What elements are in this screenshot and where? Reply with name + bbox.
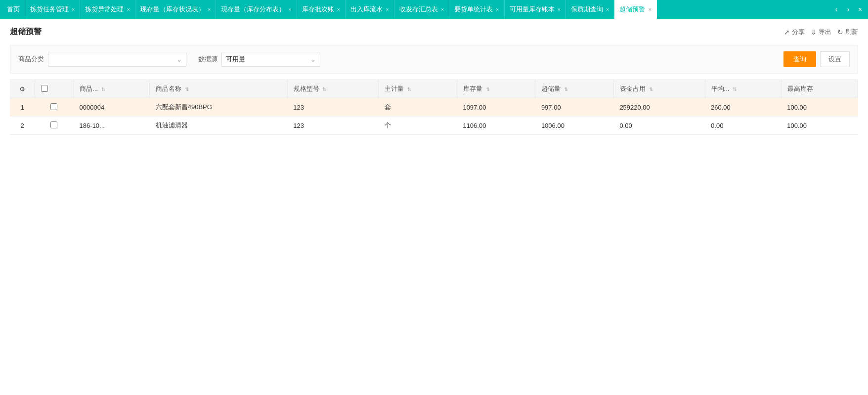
page-header: 超储预警 ➚ 分享 ⇓ 导出 ↻ 刷新 — [10, 27, 858, 37]
row-max-stock: 100.00 — [781, 98, 858, 117]
row-max-stock: 100.00 — [781, 117, 858, 135]
nav-arrow-close[interactable]: × — [854, 0, 866, 19]
row-index: 2 — [10, 117, 35, 135]
row-unit: 套 — [379, 98, 457, 117]
select-all-checkbox[interactable] — [41, 85, 48, 92]
column-gear[interactable]: ⚙ — [10, 80, 35, 98]
chevron-down-icon-ds: ⌄ — [310, 56, 316, 63]
nav-tab-inout-flow[interactable]: 出入库流水 × — [346, 0, 394, 19]
close-tab-stock-status[interactable]: × — [208, 6, 211, 12]
close-tab-abnormal[interactable]: × — [127, 6, 130, 12]
column-stock[interactable]: 库存量 ⇅ — [457, 80, 535, 98]
sort-icon-stock: ⇅ — [486, 86, 490, 92]
row-product-code: 0000004 — [74, 98, 150, 117]
table-row: 1 0000004 六配套新昌490BPG 123 套 1097.00 997.… — [10, 98, 858, 117]
settings-button[interactable]: 设置 — [820, 51, 850, 67]
datasource-value: 可用量 — [226, 55, 245, 64]
chevron-down-icon: ⌄ — [176, 56, 182, 63]
refresh-button[interactable]: ↻ 刷新 — [837, 28, 858, 37]
column-overstock[interactable]: 超储量 ⇅ — [535, 80, 613, 98]
column-avg[interactable]: 平均... ⇅ — [705, 80, 781, 98]
row-product-name: 机油滤清器 — [150, 117, 287, 135]
top-nav: 首页 拣货任务管理 × 拣货异常处理 × 现存量（库存状况表） × 现存量（库存… — [0, 0, 868, 19]
nav-arrows: ‹ › × — [830, 0, 866, 19]
row-overstock: 997.00 — [535, 98, 613, 117]
sort-icon-overstock: ⇅ — [564, 86, 568, 92]
close-tab-overstock[interactable]: × — [648, 6, 651, 12]
row-spec: 123 — [287, 98, 379, 117]
column-unit[interactable]: 主计量 ⇅ — [379, 80, 457, 98]
page-title: 超储预警 — [10, 27, 42, 37]
filter-buttons: 查询 设置 — [783, 51, 850, 67]
row-product-code: 186-10... — [74, 117, 150, 135]
sort-icon-code: ⇅ — [101, 86, 105, 92]
nav-tab-abnormal[interactable]: 拣货异常处理 × — [80, 0, 135, 19]
row-checkbox[interactable] — [50, 103, 57, 110]
row-unit: 个 — [379, 117, 457, 135]
datasource-label: 数据源 — [198, 55, 217, 64]
close-tab-quality[interactable]: × — [606, 6, 609, 12]
nav-arrow-right[interactable]: › — [842, 0, 854, 19]
datasource-select[interactable]: 可用量 ⌄ — [221, 52, 320, 67]
close-tab-stock-dist[interactable]: × — [288, 6, 291, 12]
nav-tab-avail-stock[interactable]: 可用量库存账本 × — [505, 0, 566, 19]
sort-icon-name: ⇅ — [185, 86, 189, 92]
sort-icon-capital: ⇅ — [649, 86, 653, 92]
nav-tab-order-stat[interactable]: 要货单统计表 × — [449, 0, 504, 19]
export-button[interactable]: ⇓ 导出 — [811, 28, 831, 37]
nav-tab-quality[interactable]: 保质期查询 × — [566, 0, 614, 19]
sort-icon-unit: ⇅ — [407, 86, 411, 92]
filter-datasource: 数据源 可用量 ⌄ — [198, 52, 320, 67]
row-product-name: 六配套新昌490BPG — [150, 98, 287, 117]
nav-tab-batch[interactable]: 库存批次账 × — [297, 0, 346, 19]
filter-category: 商品分类 ⌄ — [18, 52, 186, 67]
sort-icon-spec: ⇅ — [322, 86, 326, 92]
close-tab-collect[interactable]: × — [441, 6, 444, 12]
page-content: 超储预警 ➚ 分享 ⇓ 导出 ↻ 刷新 商品分类 ⌄ 数据源 — [0, 19, 868, 395]
row-avg: 260.00 — [705, 98, 781, 117]
table-header-row: ⚙ 商品... ⇅ 商品名称 ⇅ 规格型号 ⇅ 主计量 — [10, 80, 858, 98]
share-button[interactable]: ➚ 分享 — [784, 28, 805, 37]
nav-tab-home[interactable]: 首页 — [2, 0, 25, 19]
sort-icon-avg: ⇅ — [733, 86, 737, 92]
refresh-icon: ↻ — [837, 28, 843, 36]
column-capital[interactable]: 资金占用 ⇅ — [613, 80, 705, 98]
column-spec[interactable]: 规格型号 ⇅ — [287, 80, 379, 98]
category-label: 商品分类 — [18, 55, 44, 64]
column-product-code[interactable]: 商品... ⇅ — [74, 80, 150, 98]
nav-tab-stock-status[interactable]: 现存量（库存状况表） × — [135, 0, 216, 19]
close-tab-task-mgmt[interactable]: × — [72, 6, 75, 12]
row-checkbox-cell — [35, 117, 74, 135]
nav-tab-overstock[interactable]: 超储预警 × — [614, 0, 656, 19]
data-table: ⚙ 商品... ⇅ 商品名称 ⇅ 规格型号 ⇅ 主计量 — [10, 79, 858, 135]
close-tab-batch[interactable]: × — [337, 6, 340, 12]
filter-row: 商品分类 ⌄ 数据源 可用量 ⌄ 查询 设置 — [10, 45, 858, 74]
close-tab-order-stat[interactable]: × — [496, 6, 499, 12]
export-icon: ⇓ — [811, 28, 817, 36]
column-checkbox — [35, 80, 74, 98]
row-spec: 123 — [287, 117, 379, 135]
share-icon: ➚ — [784, 28, 790, 36]
nav-tab-task-mgmt[interactable]: 拣货任务管理 × — [25, 0, 80, 19]
table-row: 2 186-10... 机油滤清器 123 个 1106.00 1006.00 … — [10, 117, 858, 135]
close-tab-inout-flow[interactable]: × — [386, 6, 389, 12]
column-max-stock[interactable]: 最高库存 — [781, 80, 858, 98]
row-stock: 1106.00 — [457, 117, 535, 135]
row-checkbox[interactable] — [50, 121, 57, 128]
table-body: 1 0000004 六配套新昌490BPG 123 套 1097.00 997.… — [10, 98, 858, 135]
row-capital: 259220.00 — [613, 98, 705, 117]
query-button[interactable]: 查询 — [783, 51, 816, 67]
nav-tab-stock-dist[interactable]: 现存量（库存分布表） × — [216, 0, 297, 19]
nav-tab-collect[interactable]: 收发存汇总表 × — [394, 0, 449, 19]
category-select[interactable]: ⌄ — [48, 52, 186, 67]
row-overstock: 1006.00 — [535, 117, 613, 135]
close-tab-avail-stock[interactable]: × — [558, 6, 561, 12]
row-avg: 0.00 — [705, 117, 781, 135]
row-stock: 1097.00 — [457, 98, 535, 117]
nav-arrow-left[interactable]: ‹ — [830, 0, 842, 19]
row-checkbox-cell — [35, 98, 74, 117]
column-product-name[interactable]: 商品名称 ⇅ — [150, 80, 287, 98]
header-actions: ➚ 分享 ⇓ 导出 ↻ 刷新 — [784, 28, 858, 37]
row-index: 1 — [10, 98, 35, 117]
row-capital: 0.00 — [613, 117, 705, 135]
